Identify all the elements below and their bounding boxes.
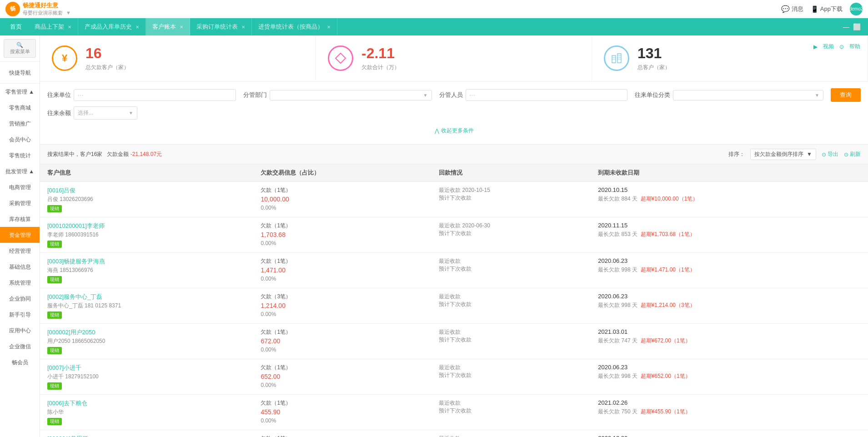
sidebar-item-operations[interactable]: 经营管理 (0, 243, 40, 259)
customer-name-6[interactable]: [0006]去下粮仓 (47, 399, 246, 407)
user-avatar[interactable]: demo2 (850, 3, 863, 15)
query-button[interactable]: 查询 (831, 88, 861, 102)
overdue-amount-5[interactable]: 超期¥652.00（1笔） (641, 373, 691, 379)
chevron-down-icon-3: ▼ (129, 111, 133, 116)
app-wrapper: 畅 畅捷通好生意 母婴行业演示账套 ▼ 💬 消息 📱 App下载 (0, 0, 868, 437)
tab-home[interactable]: 首页 (4, 23, 28, 31)
logo-icon: 畅 (5, 2, 20, 16)
overdue-days-6: 最长欠款 750 天 (598, 408, 639, 415)
cell-customer-info-5: [0007]小进千 小进千 18279152100 现销 (40, 359, 253, 395)
chevron-down-icon-2: ▼ (815, 93, 819, 98)
cell-due-date-6: 2021.02.26 最长欠款 750 天 超期¥455.90（1笔） (591, 395, 868, 430)
debt-ratio-1: 0.00% (261, 240, 424, 246)
sidebar-item-app-center[interactable]: 应用中心 (0, 322, 40, 338)
filter-person-input[interactable]: ··· (466, 89, 628, 101)
results-bar: 搜索结果中，客户16家 欠款金额 -21,148.07元 排序： 按欠款金额倒序… (40, 145, 868, 164)
sidebar-quick-nav: 快捷导航 (0, 62, 40, 84)
debt-ratio-5: 0.00% (261, 382, 424, 388)
message-icon: 💬 (781, 5, 790, 13)
cell-collection-1: 最近收款 2020-06-30 预计下次收款 (431, 217, 591, 253)
sidebar-item-basic-info[interactable]: 基础信息 (0, 259, 40, 275)
nav-window-actions: — ⬜ (839, 23, 864, 30)
export-btn[interactable]: ⊙ 导出 (822, 151, 838, 158)
filter-unit-category-select[interactable]: ▼ (673, 90, 823, 100)
filter-balance-select[interactable]: 选择... ▼ (74, 106, 137, 120)
debt-count-7: 欠款（1笔） (261, 435, 424, 437)
help-label[interactable]: 帮助 (849, 43, 860, 50)
message-btn[interactable]: 💬 消息 (781, 5, 803, 13)
minimize-icon[interactable]: — (843, 23, 849, 30)
sidebar-item-corp-wechat[interactable]: 企业微信 (0, 338, 40, 354)
cell-collection-0: 最近收款 2020-10-15 预计下次收款 (431, 182, 591, 217)
sidebar-item-retail-stats[interactable]: 零售统计 (0, 147, 40, 163)
table-row: [000001]黄思源 黄思源 13552700226 现销 欠款（1笔） 42… (40, 430, 868, 437)
collapse-bar[interactable]: ⋀ 收起更多条件 (47, 124, 861, 137)
tab-purchase-order-label: 采购订单统计表 (196, 23, 238, 31)
sidebar-item-member[interactable]: 会员中心 (0, 131, 40, 147)
overdue-amount-0[interactable]: 超期¥10,000.00（1笔） (641, 196, 698, 202)
tab-purchase-order-close[interactable]: ✕ (241, 25, 245, 30)
sidebar-item-new-guide[interactable]: 新手引导 (0, 306, 40, 322)
sidebar-item-batch-mgmt[interactable]: 批发管理 ▲ (0, 163, 40, 179)
results-info: 搜索结果中，客户16家 欠款金额 -21,148.07元 (47, 151, 162, 158)
sidebar-item-enterprise[interactable]: 企业协同 (0, 291, 40, 306)
tab-products-close[interactable]: ✕ (68, 25, 71, 30)
tab-inventory-stats[interactable]: 进货单统计表（按商品） ✕ (252, 18, 337, 35)
sort-select[interactable]: 按欠款金额倒序排序 ▼ (750, 149, 816, 160)
maximize-icon[interactable]: ⬜ (853, 23, 861, 30)
refresh-btn[interactable]: ⊙ 刷新 (844, 151, 861, 158)
tab-customer-account[interactable]: 客户账本 ✕ (146, 18, 190, 35)
overdue-amount-4[interactable]: 超期¥672.00（1笔） (641, 337, 691, 344)
customer-name-5[interactable]: [0007]小进千 (47, 364, 246, 372)
filter-source-unit-input[interactable]: ··· (74, 89, 236, 101)
overdue-amount-2[interactable]: 超期¥1,471.00（1笔） (641, 266, 695, 273)
sidebar-item-vip[interactable]: 畅会员 (0, 354, 40, 370)
overdue-amount-6[interactable]: 超期¥455.90（1笔） (641, 408, 691, 415)
refresh-icon: ⊙ (844, 151, 848, 158)
overdue-info-6: 最长欠款 750 天 超期¥455.90（1笔） (598, 408, 861, 416)
next-collection-4: 预计下次收款 (439, 336, 583, 344)
table-row: [0003]畅捷服务尹海燕 海燕 18513066976 现销 欠款（1笔） 1… (40, 253, 868, 288)
overdue-days-2: 最长欠款 998 天 (598, 266, 639, 273)
cell-customer-info-7: [000001]黄思源 黄思源 13552700226 现销 (40, 430, 253, 437)
tab-inventory-stats-close[interactable]: ✕ (327, 25, 331, 30)
filter-dept-select[interactable]: ▼ (270, 90, 432, 100)
tab-products[interactable]: 商品上下架 ✕ (28, 18, 78, 35)
sidebar-item-purchase[interactable]: 采购管理 (0, 195, 40, 211)
sidebar-item-retail-mall[interactable]: 零售商城 (0, 100, 40, 116)
sidebar-item-retail-mgmt[interactable]: 零售管理 ▲ (0, 84, 40, 100)
cell-debt-info-4: 欠款（1笔） 672.00 0.00% (253, 324, 431, 359)
customer-name-1[interactable]: [00010200001]李老师 (47, 222, 246, 230)
overdue-amount-1[interactable]: 超期¥1,703.68（1笔） (641, 231, 695, 237)
chevron-down-icon[interactable]: ▼ (66, 10, 71, 15)
sidebar-item-inventory[interactable]: 库存核算 (0, 211, 40, 227)
tab-production-close[interactable]: ✕ (135, 25, 139, 30)
sidebar-item-system[interactable]: 系统管理 (0, 275, 40, 291)
video-label[interactable]: 视频 (823, 43, 834, 50)
filter-person-label: 分管人员 (439, 91, 463, 99)
overdue-amount-3[interactable]: 超期¥1,214.00（3笔） (641, 302, 695, 308)
debt-customers-value: 16 (85, 45, 305, 62)
cell-customer-info-4: [000002]用户2050 用户2050 18665062050 现销 (40, 324, 253, 359)
last-collection-1: 最近收款 2020-06-30 (439, 222, 583, 230)
customer-name-4[interactable]: [000002]用户2050 (47, 328, 246, 337)
customer-name-2[interactable]: [0003]畅捷服务尹海燕 (47, 257, 246, 266)
cell-due-date-0: 2020.10.15 最长欠款 884 天 超期¥10,000.00（1笔） (591, 182, 868, 217)
debt-ratio-2: 0.00% (261, 276, 424, 282)
tab-purchase-order[interactable]: 采购订单统计表 ✕ (190, 18, 252, 35)
sidebar-item-ecommerce[interactable]: 电商管理 (0, 179, 40, 195)
sidebar-item-quick-nav[interactable]: 快捷导航 (0, 65, 40, 80)
tab-production[interactable]: 产成品入库单历史 ✕ (78, 18, 146, 35)
due-date-3: 2020.06.23 (598, 293, 861, 300)
search-menu-btn[interactable]: 🔍 搜索菜单 (4, 39, 36, 58)
customer-name-7[interactable]: [000001]黄思源 (47, 435, 246, 437)
table-row: [00010200001]李老师 李老师 18600391516 现销 欠款（1… (40, 217, 868, 253)
overdue-info-5: 最长欠款 998 天 超期¥652.00（1笔） (598, 372, 861, 380)
cell-customer-info-3: [0002]服务中心_丁磊 服务中心_丁磊 181 0125 8371 现销 (40, 288, 253, 324)
customer-name-0[interactable]: [0016]吕俊 (47, 186, 246, 195)
customer-name-3[interactable]: [0002]服务中心_丁磊 (47, 293, 246, 301)
tab-customer-account-close[interactable]: ✕ (180, 25, 183, 30)
sidebar-item-finance[interactable]: 资金管理 (0, 227, 40, 243)
sidebar-item-marketing[interactable]: 营销推广 (0, 116, 40, 131)
app-download-btn[interactable]: 📱 App下载 (811, 5, 843, 13)
